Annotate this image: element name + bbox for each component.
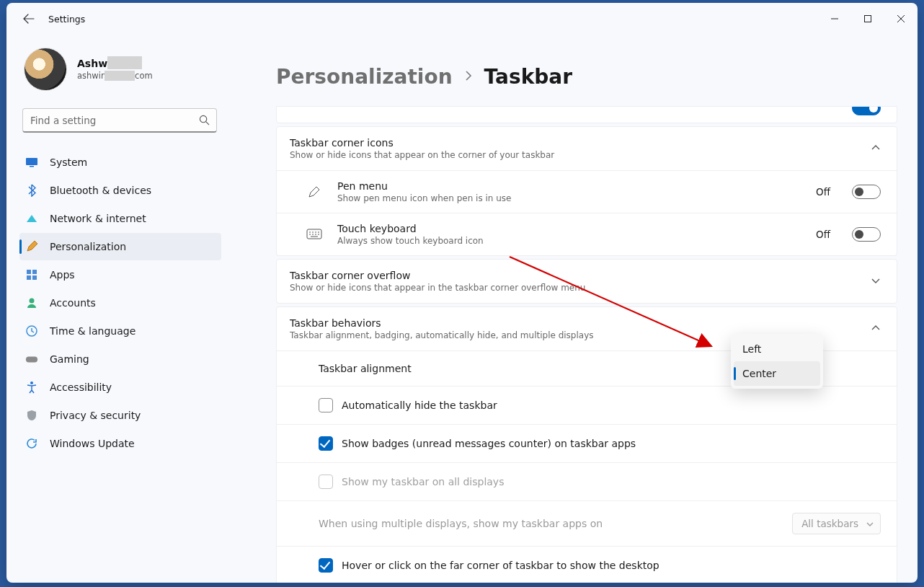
item-title: Pen menu bbox=[337, 180, 511, 192]
svg-rect-7 bbox=[32, 275, 37, 280]
nav-item-update[interactable]: Windows Update bbox=[19, 430, 221, 457]
nav-item-system[interactable]: System bbox=[19, 149, 221, 176]
section-subtitle: Show or hide icons that appear in the ta… bbox=[290, 283, 585, 293]
personalization-icon bbox=[25, 240, 38, 253]
svg-rect-2 bbox=[26, 158, 37, 165]
nav-item-gaming[interactable]: Gaming bbox=[19, 345, 221, 373]
svg-rect-5 bbox=[32, 270, 37, 274]
nav-label: Bluetooth & devices bbox=[50, 185, 151, 196]
sidebar: Ashwi ashwinotmail.com SystemBluetooth &… bbox=[6, 35, 228, 583]
titlebar: Settings bbox=[6, 3, 918, 35]
touch-keyboard-row: Touch keyboard Always show touch keyboar… bbox=[277, 213, 897, 255]
chevron-up-icon bbox=[871, 142, 881, 156]
show-badges-row[interactable]: Show badges (unread messages counter) on… bbox=[277, 424, 897, 462]
main-content: Personalization Taskbar On Taskbar corne… bbox=[228, 35, 918, 583]
nav-item-time[interactable]: Time & language bbox=[19, 317, 221, 345]
auto-hide-checkbox[interactable] bbox=[319, 398, 333, 412]
settings-window: Settings Ashwi ashwinotmail.com SystemBl… bbox=[6, 3, 918, 583]
redaction-block bbox=[105, 71, 135, 81]
svg-point-1 bbox=[200, 115, 206, 122]
pen-menu-row: Pen menu Show pen menu icon when pen is … bbox=[277, 170, 897, 213]
auto-hide-row[interactable]: Automatically hide the taskbar bbox=[277, 386, 897, 424]
nav-item-apps[interactable]: Apps bbox=[19, 261, 221, 288]
nav-item-personalization[interactable]: Personalization bbox=[19, 233, 221, 260]
back-arrow-icon bbox=[23, 13, 35, 25]
nav-item-bluetooth[interactable]: Bluetooth & devices bbox=[19, 177, 221, 204]
toggle-state-label: Off bbox=[816, 229, 830, 240]
chevron-right-icon bbox=[464, 70, 473, 84]
search-box bbox=[22, 108, 217, 133]
alignment-option-left[interactable]: Left bbox=[734, 337, 820, 361]
pen-menu-toggle[interactable] bbox=[852, 185, 881, 199]
nav-label: Time & language bbox=[50, 325, 136, 337]
alignment-dropdown-popup: Left Center bbox=[731, 334, 823, 389]
close-icon bbox=[897, 14, 905, 23]
multi-display-row: When using multiple displays, show my ta… bbox=[277, 500, 897, 546]
profile-email: ashwinotmail.com bbox=[77, 71, 153, 81]
app-title: Settings bbox=[48, 14, 85, 25]
svg-rect-0 bbox=[865, 16, 871, 22]
show-badges-checkbox[interactable] bbox=[319, 436, 333, 451]
nav-item-accessibility[interactable]: Accessibility bbox=[19, 374, 221, 401]
nav-item-privacy[interactable]: Privacy & security bbox=[19, 402, 221, 429]
widgets-row-partial[interactable]: On bbox=[276, 106, 897, 123]
breadcrumb-current: Taskbar bbox=[484, 65, 572, 89]
checkbox-label: Show badges (unread messages counter) on… bbox=[342, 438, 636, 449]
minimize-button[interactable] bbox=[818, 3, 851, 35]
item-subtitle: Always show touch keyboard icon bbox=[337, 236, 484, 246]
nav-label: Apps bbox=[50, 269, 75, 281]
item-title: Touch keyboard bbox=[337, 223, 484, 234]
svg-rect-4 bbox=[27, 270, 31, 274]
section-taskbar-corner-icons: Taskbar corner icons Show or hide icons … bbox=[276, 126, 897, 256]
toggle-state-label: Off bbox=[816, 186, 830, 198]
nav-label: Personalization bbox=[50, 241, 126, 252]
profile-name: Ashwi bbox=[77, 58, 153, 69]
touch-keyboard-toggle[interactable] bbox=[852, 227, 881, 242]
svg-point-11 bbox=[30, 381, 33, 384]
privacy-icon bbox=[25, 409, 38, 422]
svg-rect-10 bbox=[26, 356, 37, 362]
nav-label: Windows Update bbox=[50, 438, 135, 449]
widgets-toggle[interactable] bbox=[852, 106, 881, 115]
avatar bbox=[24, 48, 67, 91]
section-title: Taskbar behaviors bbox=[290, 317, 594, 329]
nav-label: Accounts bbox=[50, 297, 96, 309]
nav-item-network[interactable]: Network & internet bbox=[19, 205, 221, 232]
keyboard-icon bbox=[306, 229, 323, 240]
breadcrumb-parent[interactable]: Personalization bbox=[276, 65, 453, 89]
nav-label: Privacy & security bbox=[50, 410, 141, 421]
accounts-icon bbox=[25, 296, 38, 309]
minimize-icon bbox=[830, 14, 839, 23]
back-button[interactable] bbox=[22, 12, 35, 25]
section-subtitle: Show or hide icons that appear on the co… bbox=[290, 150, 554, 160]
search-icon bbox=[199, 115, 210, 128]
far-corner-row[interactable]: Hover or click on the far corner of task… bbox=[277, 546, 897, 583]
checkbox-label: Hover or click on the far corner of task… bbox=[342, 560, 659, 571]
pen-icon bbox=[306, 185, 323, 199]
far-corner-checkbox[interactable] bbox=[319, 558, 333, 573]
section-header-corner-icons[interactable]: Taskbar corner icons Show or hide icons … bbox=[277, 127, 897, 170]
apps-icon bbox=[25, 268, 38, 281]
chevron-up-icon bbox=[871, 322, 881, 336]
nav-label: System bbox=[50, 156, 87, 168]
alignment-label: Taskbar alignment bbox=[319, 363, 412, 374]
section-title: Taskbar corner overflow bbox=[290, 270, 585, 281]
section-taskbar-corner-overflow[interactable]: Taskbar corner overflow Show or hide ico… bbox=[276, 259, 897, 304]
redaction-block bbox=[107, 56, 142, 69]
all-displays-checkbox bbox=[319, 475, 333, 489]
svg-rect-6 bbox=[27, 275, 31, 280]
section-subtitle: Taskbar alignment, badging, automaticall… bbox=[290, 330, 594, 340]
close-button[interactable] bbox=[884, 3, 918, 35]
nav-label: Network & internet bbox=[50, 213, 146, 224]
svg-rect-3 bbox=[30, 166, 34, 167]
gaming-icon bbox=[25, 353, 38, 366]
checkbox-label: Show my taskbar on all displays bbox=[342, 476, 504, 487]
all-displays-row: Show my taskbar on all displays bbox=[277, 462, 897, 500]
update-icon bbox=[25, 437, 38, 450]
alignment-option-center[interactable]: Center bbox=[734, 361, 820, 386]
user-profile[interactable]: Ashwi ashwinotmail.com bbox=[19, 48, 221, 91]
checkbox-label: Automatically hide the taskbar bbox=[342, 400, 497, 411]
maximize-button[interactable] bbox=[851, 3, 884, 35]
nav-item-accounts[interactable]: Accounts bbox=[19, 289, 221, 317]
search-input[interactable] bbox=[22, 108, 217, 133]
